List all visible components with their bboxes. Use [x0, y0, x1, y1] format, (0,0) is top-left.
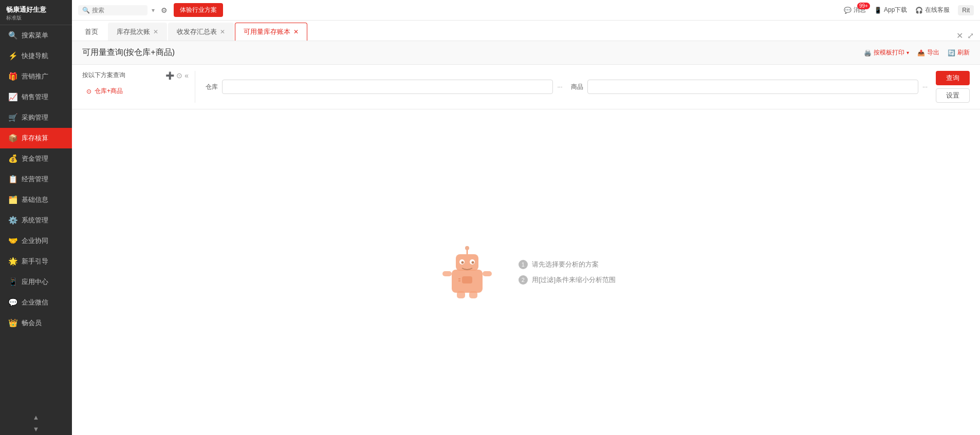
setting-button[interactable]: 设置	[936, 88, 970, 103]
user-name: Rit	[962, 7, 970, 14]
query-button[interactable]: 查询	[936, 71, 970, 85]
tab-batch[interactable]: 库存批次账 ✕	[108, 23, 167, 41]
handshake-icon: 🤝	[8, 236, 17, 245]
sidebar-item-system[interactable]: ⚙️ 系统管理	[0, 210, 72, 231]
export-label: 导出	[927, 48, 939, 57]
topbar-search-box[interactable]: 🔍	[78, 5, 147, 15]
crown-icon: 👑	[8, 318, 17, 328]
tab-available[interactable]: 可用量库存账本 ✕	[235, 23, 307, 41]
empty-tip-2: 2 用[过滤]条件来缩小分析范围	[519, 275, 616, 285]
message-button[interactable]: 💬 消息 99+	[844, 6, 866, 14]
dropdown-chevron-icon[interactable]: ▾	[152, 7, 155, 14]
sidebar-item-purchase[interactable]: 🛒 采购管理	[0, 107, 72, 128]
main-content: 🔍 ▾ ⚙ 体验行业方案 💬 消息 99+ 📱 App下载 🎧 在线客服 Rit	[72, 0, 980, 435]
print-dropdown-icon[interactable]: ▾	[907, 50, 909, 55]
refresh-label: 刷新	[957, 48, 970, 57]
refresh-icon: 🔄	[948, 49, 955, 56]
tab-batch-close-icon[interactable]: ✕	[153, 28, 158, 35]
add-scheme-icon[interactable]: ➕	[165, 71, 174, 80]
topbar: 🔍 ▾ ⚙ 体验行业方案 💬 消息 99+ 📱 App下载 🎧 在线客服 Rit	[72, 0, 980, 21]
sidebar-item-shortcut[interactable]: ⚡ 快捷导航	[0, 46, 72, 66]
sidebar-item-apps[interactable]: 📱 应用中心	[0, 272, 72, 292]
sidebar-item-finance[interactable]: 💰 资金管理	[0, 148, 72, 169]
filter-fields-panel: 仓库 ··· 商品 ··· 查询 设置	[195, 71, 970, 103]
sidebar-item-wechat[interactable]: 💬 企业微信	[0, 292, 72, 313]
phone-icon: 📱	[874, 7, 882, 14]
warehouse-input[interactable]	[222, 80, 553, 94]
tab-window-actions: ✕ ⤢	[950, 31, 980, 41]
tab-home-label: 首页	[85, 27, 98, 36]
manage-scheme-icon[interactable]: ⊙	[176, 71, 182, 80]
sidebar-item-label: 营销推广	[22, 72, 48, 81]
export-button[interactable]: 📤 导出	[917, 48, 939, 57]
sidebar-item-label: 搜索菜单	[22, 31, 48, 40]
tab-available-close-icon[interactable]: ✕	[293, 28, 299, 35]
filter-scheme-panel: 按以下方案查询 ➕ ⊙ « ⊙ 仓库+商品	[82, 71, 195, 103]
tab-summary[interactable]: 收发存汇总表 ✕	[168, 23, 234, 41]
filter-scheme-header: 按以下方案查询 ➕ ⊙ «	[82, 71, 189, 80]
page-header: 可用量查询(按仓库+商品) 🖨️ 按模板打印 ▾ 📤 导出 🔄 刷新	[72, 41, 980, 65]
svg-point-4	[461, 261, 464, 264]
content-area: 1 请先选择要分析的方案 2 用[过滤]条件来缩小分析范围	[72, 109, 980, 435]
sidebar: 畅康通好生意 标准版 🔍 搜索菜单 ⚡ 快捷导航 🎁 营销推广 📈 销售管理 🛒…	[0, 0, 72, 435]
sidebar-item-label: 新手引导	[22, 257, 48, 266]
expand-window-icon[interactable]: ⤢	[967, 31, 974, 41]
clipboard-icon: 📋	[8, 175, 17, 184]
print-template-button[interactable]: 🖨️ 按模板打印 ▾	[864, 48, 909, 57]
filter-scheme-label: 按以下方案查询	[82, 71, 125, 80]
sidebar-item-label: 经营管理	[22, 175, 48, 184]
sidebar-item-label: 销售管理	[22, 92, 48, 102]
warehouse-filter-field: 仓库 ···	[206, 80, 563, 94]
sidebar-item-inventory[interactable]: 📦 库存核算	[0, 128, 72, 148]
industry-solution-button[interactable]: 体验行业方案	[174, 3, 223, 17]
service-label: 在线客服	[925, 6, 950, 14]
sidebar-item-basic[interactable]: 🗂️ 基础信息	[0, 190, 72, 210]
filter-scheme-item-warehouse-goods[interactable]: ⊙ 仓库+商品	[82, 84, 189, 99]
money-icon: 💰	[8, 154, 17, 163]
sidebar-item-label: 畅会员	[22, 318, 42, 328]
sidebar-item-newbie[interactable]: 🌟 新手引导	[0, 251, 72, 272]
scheme-label: 仓库+商品	[95, 87, 123, 96]
tab-home[interactable]: 首页	[76, 23, 107, 41]
goods-label: 商品	[571, 83, 583, 91]
sidebar-item-search[interactable]: 🔍 搜索菜单	[0, 25, 72, 46]
goods-more-icon[interactable]: ···	[922, 83, 928, 90]
message-badge: 99+	[857, 3, 870, 9]
phone-icon: 📱	[8, 277, 17, 287]
warehouse-more-icon[interactable]: ···	[557, 83, 562, 90]
sidebar-item-member[interactable]: 👑 畅会员	[0, 313, 72, 333]
sidebar-scroll-down[interactable]: ▼	[0, 423, 72, 435]
filter-scheme-actions: ➕ ⊙ «	[165, 71, 189, 80]
sidebar-item-label: 采购管理	[22, 113, 48, 122]
warehouse-label: 仓库	[206, 83, 218, 91]
app-edition: 标准版	[6, 14, 66, 22]
tab-bar: 首页 库存批次账 ✕ 收发存汇总表 ✕ 可用量库存账本 ✕ ✕ ⤢	[72, 21, 980, 41]
svg-rect-8	[442, 271, 452, 276]
settings-gear-icon[interactable]: ⚙	[161, 6, 168, 14]
sidebar-item-operation[interactable]: 📋 经营管理	[0, 169, 72, 190]
svg-rect-11	[469, 291, 477, 298]
goods-input[interactable]	[587, 80, 918, 94]
online-service-button[interactable]: 🎧 在线客服	[915, 6, 950, 14]
refresh-button[interactable]: 🔄 刷新	[948, 48, 970, 57]
goods-filter-field: 商品 ···	[571, 80, 928, 94]
sidebar-item-sales[interactable]: 📈 销售管理	[0, 87, 72, 107]
sidebar-item-marketing[interactable]: 🎁 营销推广	[0, 66, 72, 87]
sidebar-item-corp[interactable]: 🤝 企业协同	[0, 231, 72, 251]
app-download-button[interactable]: 📱 App下载	[874, 6, 907, 14]
lightning-icon: ⚡	[8, 51, 17, 61]
search-input[interactable]	[92, 7, 143, 14]
app-title: 畅康通好生意	[6, 5, 66, 14]
collapse-filter-icon[interactable]: «	[184, 71, 189, 80]
export-icon: 📤	[917, 49, 925, 56]
filter-section: 按以下方案查询 ➕ ⊙ « ⊙ 仓库+商品 仓库 ··· 商品 ··	[72, 65, 980, 109]
user-profile-button[interactable]: Rit	[958, 5, 974, 15]
sidebar-item-label: 库存核算	[22, 134, 48, 143]
sidebar-item-label: 企业协同	[22, 236, 48, 245]
folder-icon: 🗂️	[8, 195, 17, 204]
close-window-icon[interactable]: ✕	[956, 31, 963, 41]
sidebar-scroll-up[interactable]: ▲	[0, 411, 72, 423]
svg-rect-9	[483, 271, 492, 276]
empty-robot-illustration	[436, 241, 498, 303]
tab-summary-close-icon[interactable]: ✕	[220, 28, 225, 35]
